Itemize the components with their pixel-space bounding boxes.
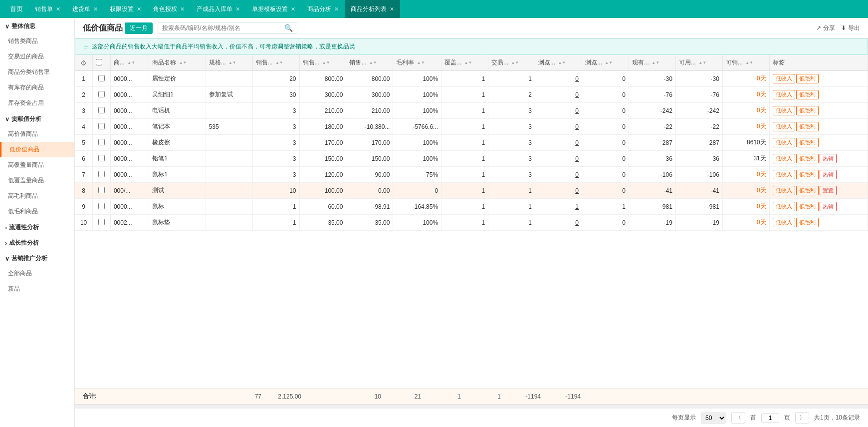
sidebar-item-high-value[interactable]: 高价值商品 <box>0 126 74 142</box>
row-view1[interactable]: 0 <box>535 183 582 199</box>
nav-tab-sales[interactable]: 销售单 ✕ <box>29 0 66 18</box>
close-tab-purchase-icon[interactable]: ✕ <box>93 6 98 12</box>
share-button[interactable]: ↗ 分享 <box>816 24 835 32</box>
tag-低收入: 低收入 <box>773 74 795 83</box>
row-name[interactable]: 铅笔1 <box>149 151 206 167</box>
close-tab-role-icon[interactable]: ✕ <box>180 6 185 12</box>
search-input[interactable] <box>162 24 282 31</box>
close-tab-sales-icon[interactable]: ✕ <box>56 6 60 12</box>
sidebar-item-stock-capital[interactable]: 库存资金占用 <box>0 95 74 111</box>
row-select-checkbox[interactable] <box>98 171 105 177</box>
nav-tab-purchase[interactable]: 进货单 ✕ <box>66 0 104 18</box>
page-number-input[interactable] <box>761 413 779 423</box>
export-button[interactable]: ⬇ 导出 <box>841 24 860 32</box>
nav-home[interactable]: 首页 <box>4 0 29 18</box>
chevron-down-icon: ∨ <box>5 23 9 30</box>
row-checkbox[interactable] <box>93 167 111 183</box>
row-checkbox[interactable] <box>93 183 111 199</box>
row-sales3: 800.00 <box>346 71 393 87</box>
row-checkbox[interactable] <box>93 103 111 119</box>
table-row: 4 0000... 笔记本 535 3 180.00 -10,380... -5… <box>75 119 868 135</box>
row-checkbox[interactable] <box>93 71 111 87</box>
row-select-checkbox[interactable] <box>98 123 105 129</box>
nav-tab-template[interactable]: 单据模板设置 ✕ <box>246 0 301 18</box>
row-select-checkbox[interactable] <box>98 187 105 193</box>
row-select-checkbox[interactable] <box>98 75 105 81</box>
row-sales2: 35.00 <box>299 215 346 231</box>
data-table: ⚙ 商... ▲▼ 商品名称 ▲▼ 规格... ▲▼ 销售... ▲▼ 销售..… <box>75 55 868 231</box>
nav-tab-inbound[interactable]: 产成品入库单 ✕ <box>191 0 246 18</box>
sidebar-group-overview[interactable]: ∨ 整体信息 <box>0 18 74 33</box>
row-view1[interactable]: 0 <box>535 87 582 103</box>
nav-tab-analysis-list[interactable]: 商品分析列表 ✕ <box>345 0 400 18</box>
close-tab-template-icon[interactable]: ✕ <box>291 6 295 12</box>
nav-tab-analysis[interactable]: 商品分析 ✕ <box>301 0 345 18</box>
next-page-button[interactable]: 〉 <box>795 412 809 424</box>
sidebar-item-high-margin[interactable]: 高毛利商品 <box>0 188 74 204</box>
footer-cover: 10 <box>351 393 381 400</box>
row-view1[interactable]: 0 <box>535 103 582 119</box>
close-tab-analysis-icon[interactable]: ✕ <box>334 6 339 12</box>
row-select-checkbox[interactable] <box>98 203 105 209</box>
sidebar-group-growth[interactable]: › 成长性分析 <box>0 235 74 250</box>
row-name[interactable]: 鼠标 <box>149 199 206 215</box>
row-name[interactable]: 属性定价 <box>149 71 206 87</box>
sidebar-item-low-value[interactable]: 低价值商品 <box>0 142 74 157</box>
row-select-checkbox[interactable] <box>98 107 105 113</box>
sidebar-group-circulation[interactable]: › 流通性分析 <box>0 219 74 235</box>
sidebar-group-contribution[interactable]: ∨ 贡献值分析 <box>0 111 74 126</box>
row-name[interactable]: 吴细细1 <box>149 87 206 103</box>
row-checkbox[interactable] <box>93 151 111 167</box>
nav-tab-role[interactable]: 角色授权 ✕ <box>147 0 191 18</box>
search-box[interactable]: 🔍 <box>158 22 297 34</box>
row-name[interactable]: 笔记本 <box>149 119 206 135</box>
row-name[interactable]: 鼠标垫 <box>149 215 206 231</box>
select-all-checkbox[interactable] <box>96 59 102 65</box>
sidebar-item-stock-goods[interactable]: 有库存的商品 <box>0 80 74 95</box>
row-select-checkbox[interactable] <box>98 91 105 97</box>
row-select-checkbox[interactable] <box>98 219 105 225</box>
column-sales1: 销售... ▲▼ <box>252 55 299 71</box>
table-row: 7 0000... 鼠标1 3 120.00 90.00 75% 1 3 0 0… <box>75 167 868 183</box>
horizontal-scrollbar[interactable] <box>75 404 868 408</box>
column-checkbox[interactable] <box>93 55 111 71</box>
row-name[interactable]: 鼠标1 <box>149 167 206 183</box>
row-view1[interactable]: 0 <box>535 135 582 151</box>
row-checkbox[interactable] <box>93 199 111 215</box>
per-page-select[interactable]: 50 100 200 <box>701 413 726 424</box>
row-checkbox[interactable] <box>93 119 111 135</box>
row-name[interactable]: 电话机 <box>149 103 206 119</box>
sidebar-item-low-coverage[interactable]: 低覆盖量商品 <box>0 173 74 188</box>
sidebar-item-sales-goods[interactable]: 销售类商品 <box>0 33 74 49</box>
sidebar-item-all-goods[interactable]: 全部商品 <box>0 266 74 281</box>
close-tab-analysis-list-icon[interactable]: ✕ <box>390 6 394 12</box>
row-select-checkbox[interactable] <box>98 139 105 145</box>
row-view1[interactable]: 1 <box>535 199 582 215</box>
row-sales1: 3 <box>252 135 299 151</box>
row-checkbox[interactable] <box>93 87 111 103</box>
first-page-button[interactable]: 〈 <box>731 412 745 424</box>
tag-低毛利: 低毛利 <box>796 74 819 83</box>
close-tab-permission-icon[interactable]: ✕ <box>137 6 141 12</box>
row-checkbox[interactable] <box>93 135 111 151</box>
sidebar-item-new-goods[interactable]: 新品 <box>0 281 74 297</box>
sidebar-item-high-coverage[interactable]: 高覆盖量商品 <box>0 157 74 173</box>
row-select-checkbox[interactable] <box>98 155 105 161</box>
row-name[interactable]: 测试 <box>149 183 206 199</box>
row-view1[interactable]: 0 <box>535 167 582 183</box>
sidebar-item-traded-goods[interactable]: 交易过的商品 <box>0 49 74 64</box>
row-view1[interactable]: 0 <box>535 71 582 87</box>
nav-tab-permission[interactable]: 权限设置 ✕ <box>104 0 147 18</box>
row-checkbox[interactable] <box>93 215 111 231</box>
row-view1[interactable]: 0 <box>535 119 582 135</box>
filter-period-button[interactable]: 近一月 <box>125 22 153 34</box>
row-name[interactable]: 橡皮擦 <box>149 135 206 151</box>
sidebar-group-marketing[interactable]: ∨ 营销推广分析 <box>0 250 74 266</box>
row-stock3: 0天 <box>722 87 769 103</box>
row-view1[interactable]: 0 <box>535 151 582 167</box>
sidebar-item-category-rate[interactable]: 商品分类销售率 <box>0 64 74 80</box>
close-tab-inbound-icon[interactable]: ✕ <box>235 6 240 12</box>
sidebar-item-low-margin[interactable]: 低毛利商品 <box>0 204 74 219</box>
column-settings[interactable]: ⚙ <box>75 55 93 71</box>
row-view1[interactable]: 0 <box>535 215 582 231</box>
